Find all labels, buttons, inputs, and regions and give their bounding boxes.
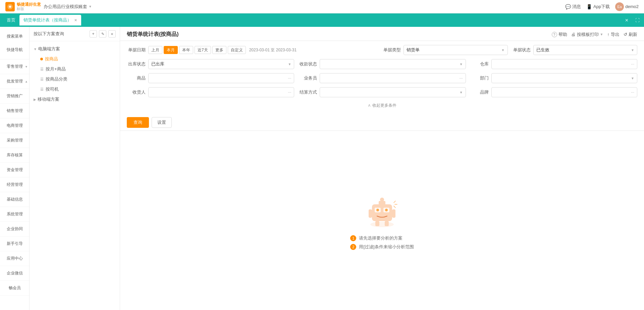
empty-tip-2: 2 用[过滤]条件来缩小分析范围 [350, 244, 414, 250]
active-dot [40, 58, 43, 60]
collapse-more-btn[interactable]: ∧ 收起更多条件 [127, 101, 637, 110]
doc-status-select[interactable]: 已生效 ▼ [533, 45, 638, 55]
out-status-arrow: ▼ [288, 62, 291, 66]
mobile-group-arrow: ▶ [34, 98, 36, 101]
collapse-more-label: ∧ 收起更多条件 [368, 103, 396, 108]
sidebar-item-wholesale[interactable]: 批发管理 ▲ [0, 74, 29, 89]
settings-button[interactable]: 设置 [152, 117, 172, 128]
brand-dots: ··· [631, 90, 634, 95]
sidebar-item-inventory[interactable]: 库存核算 [0, 148, 29, 163]
date-btn-more[interactable]: 更多 [212, 46, 226, 54]
filter-tree-item-by-month-product[interactable]: ☰ 按月+商品 [36, 64, 120, 74]
salesperson-dots: ··· [460, 76, 463, 81]
filter-header-actions: + ✎ « [90, 30, 116, 38]
filter-tree-item-by-printer[interactable]: ☰ 按司机 [36, 84, 120, 94]
filter-panel: 按以下方案查询 + ✎ « ▼ 电脑端方案 [30, 27, 120, 310]
sidebar: 搜索菜单 快捷导航 零售管理 ▼ 批发管理 ▲ 营销推广 销售管理 电商管理 [0, 27, 30, 310]
sidebar-item-search[interactable]: 搜索菜单 [0, 30, 29, 43]
user-area[interactable]: Ea demo2 [615, 2, 639, 11]
tab-close-window-btn[interactable]: ✕ [623, 16, 631, 24]
svg-point-5 [376, 209, 379, 211]
sidebar-item-sales[interactable]: 销售管理 [0, 104, 29, 118]
date-btn-custom[interactable]: 自定义 [228, 46, 246, 54]
sidebar-item-retail[interactable]: 零售管理 ▼ [0, 59, 29, 74]
doc-type-label: 单据类型 [382, 47, 401, 53]
template-print-btn[interactable]: 🖨 按模板打印 ▼ [571, 32, 603, 38]
svg-rect-11 [375, 221, 379, 226]
tab-expand-btn[interactable]: ⛶ [633, 16, 641, 24]
doc-type-select[interactable]: 销货单 ▼ [404, 45, 508, 55]
tab-report[interactable]: 销货单统计表（按商品） ✕ [19, 15, 81, 25]
filter-item-by-month-product-label: 按月+商品 [46, 66, 66, 72]
sidebar-item-system[interactable]: 系统管理 [0, 207, 29, 222]
member-label: 畅会员 [9, 285, 21, 291]
sidebar-item-member[interactable]: 畅会员 [0, 281, 29, 296]
date-btn-this-month[interactable]: 本月 [164, 46, 178, 54]
filter-tree: ▼ 电脑端方案 按商品 ☰ 按月+商品 ☰ 按商品分类 [30, 41, 120, 107]
ecommerce-label: 电商管理 [7, 123, 23, 128]
page-title-row: 销货单统计表(按商品) ? 帮助 🖨 按模板打印 ▼ ↑ [127, 31, 637, 38]
filter-row-1: 单据日期 上月 本月 本年 近7天 更多 自定义 2023-03-01 至 20… [127, 45, 637, 55]
main-content: 销货单统计表(按商品) ? 帮助 🖨 按模板打印 ▼ ↑ [120, 27, 644, 310]
export-btn[interactable]: ↑ 导出 [607, 32, 620, 38]
empty-tip-1: 1 请先选择要分析的方案 [350, 235, 414, 241]
sidebar-item-marketing[interactable]: 营销推广 [0, 89, 29, 104]
sales-label: 销售管理 [7, 108, 23, 114]
sidebar-item-quick[interactable]: 快捷导航 [0, 43, 29, 56]
sidebar-item-appcenter[interactable]: 应用中心 [0, 251, 29, 266]
settlement-select[interactable]: ▼ [320, 87, 466, 97]
app-subtitle: 标版 [17, 7, 41, 11]
sidebar-item-finance[interactable]: 资金管理 [0, 163, 29, 177]
empty-area: 1 请先选择要分析的方案 2 用[过滤]条件来缩小分析范围 [120, 131, 644, 310]
refresh-btn[interactable]: ↺ 刷新 [624, 32, 637, 38]
out-status-select[interactable]: 已出库 ▼ [148, 59, 294, 69]
collapse-icon: « [111, 32, 113, 36]
app-selector[interactable]: 办公用品行业模拟账套 ▼ [44, 4, 92, 10]
warehouse-input[interactable]: ··· [491, 59, 637, 69]
user-name: demo2 [625, 4, 639, 9]
tip2-num: 2 [350, 244, 356, 250]
filter-tree-mobile-group[interactable]: ▶ 移动端方案 [30, 94, 120, 104]
goods-input[interactable]: ··· [148, 73, 294, 83]
tab-home[interactable]: 首页 [3, 15, 19, 25]
salesperson-input[interactable]: ··· [320, 73, 466, 83]
header-left: 畅捷通好生意 标版 办公用品行业模拟账套 ▼ [5, 2, 92, 11]
help-btn[interactable]: ? 帮助 [552, 32, 567, 38]
out-status-label: 出库状态 [127, 61, 146, 67]
sidebar-item-corpwechat[interactable]: 企业微信 [0, 266, 29, 281]
filter-collapse-btn[interactable]: « [108, 30, 116, 38]
date-btn-7days[interactable]: 近7天 [195, 46, 211, 54]
filter-edit-btn[interactable]: ✎ [99, 30, 106, 38]
svg-line-13 [394, 201, 395, 203]
avatar-initials: Ea [618, 5, 622, 9]
quick-label: 快捷导航 [7, 47, 23, 53]
department-select[interactable]: ▼ [491, 73, 637, 83]
payment-status-select[interactable]: ▼ [320, 59, 466, 69]
filter-tree-item-by-category[interactable]: ☰ 按商品分类 [36, 74, 120, 84]
app-selector-text: 办公用品行业模拟账套 [44, 4, 87, 10]
filter-tree-item-by-product[interactable]: 按商品 [36, 54, 120, 64]
brand-input[interactable]: ··· [491, 87, 637, 97]
app-download-btn[interactable]: 📱 App下载 [586, 4, 610, 10]
help-label: 帮助 [558, 32, 567, 38]
search-label: 搜索菜单 [7, 34, 23, 39]
filter-field-payment-status: 收款状态 ▼ [298, 59, 466, 69]
sidebar-item-guide[interactable]: 新手引导 [0, 237, 29, 251]
sidebar-item-ecommerce[interactable]: 电商管理 [0, 118, 29, 133]
sidebar-item-procurement[interactable]: 采购管理 [0, 133, 29, 148]
message-btn[interactable]: 💬 消息 [565, 4, 581, 10]
sidebar-item-operation[interactable]: 经营管理 [0, 177, 29, 192]
page-title: 销货单统计表(按商品) [127, 31, 179, 38]
date-btn-this-year[interactable]: 本年 [179, 46, 193, 54]
consignee-input[interactable]: ··· [148, 87, 294, 97]
message-icon: 💬 [565, 4, 571, 9]
filter-tree-desktop-group[interactable]: ▼ 电脑端方案 [30, 44, 120, 54]
filter-add-btn[interactable]: + [90, 30, 97, 38]
sidebar-item-enterprise[interactable]: 企业协同 [0, 222, 29, 237]
marketing-label: 营销推广 [7, 93, 23, 99]
tab-close-icon[interactable]: ✕ [74, 18, 77, 22]
query-button[interactable]: 查询 [127, 117, 149, 128]
date-btn-last-month[interactable]: 上月 [148, 46, 162, 54]
action-bar: 查询 设置 [120, 114, 644, 131]
sidebar-item-basic[interactable]: 基础信息 [0, 192, 29, 207]
